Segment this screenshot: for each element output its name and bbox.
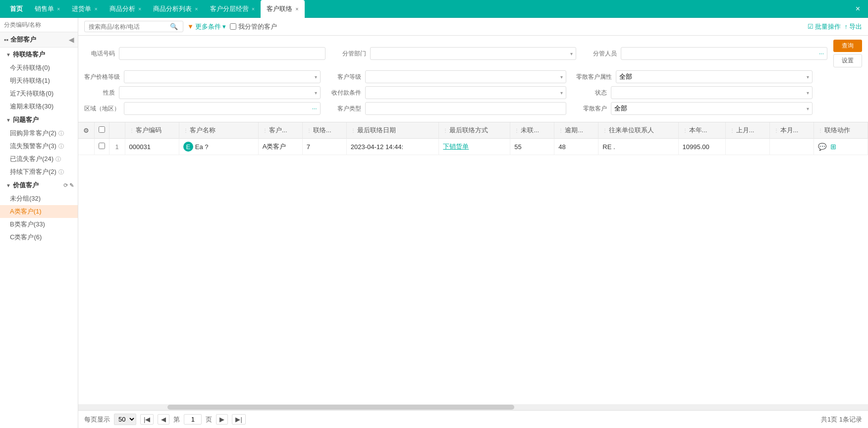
filter-input-sparse-customer[interactable]: 全部 ▾: [611, 102, 813, 115]
nav-sales-close[interactable]: ×: [57, 6, 60, 12]
sparse-attr-caret: ▾: [807, 74, 809, 80]
sidebar-search-input[interactable]: [4, 21, 78, 28]
my-customers-label: 我分管的客户: [238, 22, 277, 31]
sidebar-collapse-icon[interactable]: ◀: [69, 36, 74, 44]
sidebar-group-problem-customers[interactable]: ▼ 问题客户: [0, 113, 78, 127]
col-last-month-label: 上月...: [736, 126, 755, 135]
filter-label-sparse-attr: 零散客户属性: [576, 73, 616, 81]
nav-customer-contact-close[interactable]: ×: [295, 6, 298, 12]
col-settings[interactable]: ⚙: [78, 122, 94, 139]
first-page-button[interactable]: |◀: [140, 414, 154, 425]
settings-icon[interactable]: ⚙: [83, 127, 89, 134]
row1-avatar: E: [183, 142, 193, 152]
row1-name: Ea ?: [195, 143, 209, 151]
sidebar-item-lost[interactable]: 已流失客户(24) ⓘ: [0, 153, 78, 165]
table-area: ⚙ ⋮ 客户编码: [78, 122, 868, 404]
last-page-button[interactable]: ▶|: [232, 414, 245, 425]
filter-input-sparse-attr[interactable]: 全部 ▾: [616, 70, 813, 83]
col-overdue-label: 逾期...: [565, 126, 583, 135]
col-unit-contact-label: 往来单位联系人: [609, 126, 654, 135]
sidebar-item-info-icon-1: ⓘ: [58, 130, 64, 137]
prev-page-button[interactable]: ◀: [158, 414, 169, 425]
nav-customer-segment-close[interactable]: ×: [252, 6, 255, 12]
grid-icon[interactable]: ⊞: [830, 143, 836, 151]
sidebar-item-week-pending[interactable]: 近7天待联络(0): [0, 87, 78, 100]
total-info: 共1页 1条记录: [821, 415, 862, 424]
sidebar-item-loss-warning[interactable]: 流失预警客户(3) ⓘ: [0, 140, 78, 153]
next-page-button[interactable]: ▶: [216, 414, 228, 425]
my-customers-check[interactable]: [230, 23, 236, 30]
nav-product-analysis[interactable]: 商品分析 ×: [104, 0, 147, 18]
nav-customer-contact[interactable]: 客户联络 ×: [261, 0, 304, 18]
filter-input-status[interactable]: ▾: [611, 86, 813, 99]
sidebar-item-declining[interactable]: 持续下滑客户(2) ⓘ: [0, 165, 78, 178]
filter-search-box: 🔍: [84, 21, 183, 32]
col-handle-overdue: ⋮: [558, 128, 563, 133]
page-number-input[interactable]: [184, 414, 202, 425]
col-handle-code: ⋮: [129, 128, 134, 133]
select-all-checkbox[interactable]: [99, 126, 105, 133]
window-close-button[interactable]: ×: [852, 4, 864, 13]
scrollbar-thumb[interactable]: [167, 405, 514, 410]
filter-input-region[interactable]: ···: [124, 102, 321, 115]
filter-label-status: 状态: [576, 89, 611, 97]
horizontal-scrollbar[interactable]: [78, 404, 868, 410]
sidebar-item-overdue-pending[interactable]: 逾期未联络(30): [0, 100, 78, 113]
more-conditions-button[interactable]: ▼ 更多条件 ▾: [187, 22, 226, 31]
filter-input-phone[interactable]: [119, 47, 326, 60]
nav-purchase[interactable]: 进货单 ×: [66, 0, 103, 18]
sidebar-item-abnormal-repurchase[interactable]: 回购异常客户(2) ⓘ: [0, 127, 78, 140]
per-page-select[interactable]: 50: [114, 414, 136, 425]
my-customers-checkbox[interactable]: 我分管的客户: [230, 22, 277, 31]
chat-icon[interactable]: 💬: [818, 143, 826, 151]
sidebar-search-bar: 🔍: [0, 18, 78, 32]
col-handle-last-month: ⋮: [730, 128, 735, 133]
query-button[interactable]: 查询: [833, 40, 862, 52]
settings-button[interactable]: 设置: [833, 54, 862, 67]
nav-product-analysis-label: 商品分析: [109, 4, 135, 13]
sidebar-group-value-customers[interactable]: ▼ 价值客户 ⟳ ✎: [0, 178, 78, 192]
filter-label-region: 区域（地区）: [84, 105, 124, 113]
row1-action-icons: 💬 ⊞: [818, 143, 864, 151]
filter-label-payment: 收付款条件: [330, 89, 365, 97]
sidebar-item-ungrouped[interactable]: 未分组(32): [0, 192, 78, 205]
batch-ops-button[interactable]: ☑ 批量操作: [808, 22, 841, 31]
row1-unit-contact: RE .: [602, 143, 615, 151]
filter-input-dept[interactable]: ▾: [370, 47, 577, 60]
cell-checkbox-row1[interactable]: [94, 139, 109, 155]
filter-input-customer-type[interactable]: [365, 102, 567, 115]
nav-sales[interactable]: 销售单 ×: [29, 0, 66, 18]
filter-input-manager[interactable]: ···: [621, 47, 827, 60]
nav-product-analysis-list-close[interactable]: ×: [195, 6, 198, 12]
row1-checkbox[interactable]: [99, 143, 105, 149]
filter-input-price-level[interactable]: ▾: [124, 70, 321, 83]
filter-input-nature[interactable]: ▾: [119, 86, 321, 99]
filter-search-input[interactable]: [89, 23, 168, 30]
filter-label-customer-level: 客户等级: [330, 73, 365, 81]
sparse-customer-value: 全部: [614, 104, 627, 113]
row1-not-contacted: 55: [514, 143, 521, 151]
filter-search-icon[interactable]: 🔍: [170, 23, 178, 30]
sidebar-item-tomorrow-pending[interactable]: 明天待联络(1): [0, 74, 78, 87]
sidebar-group-pending-contact[interactable]: ▼ 待联络客户: [0, 48, 78, 61]
nav-customer-segment[interactable]: 客户分层经营 ×: [204, 0, 261, 18]
col-checkbox[interactable]: [94, 122, 109, 139]
nav-product-analysis-close[interactable]: ×: [138, 6, 141, 12]
filter-input-payment[interactable]: ▾: [365, 86, 567, 99]
nav-purchase-close[interactable]: ×: [94, 6, 97, 12]
nav-product-analysis-list[interactable]: 商品分析列表 ×: [147, 0, 204, 18]
sidebar-item-today-pending[interactable]: 今天待联络(0): [0, 61, 78, 74]
sidebar-item-abnormal-label: 回购异常客户(2): [10, 129, 56, 138]
sidebar-item-a-class[interactable]: A类客户(1): [0, 205, 78, 218]
sidebar-item-b-class[interactable]: B类客户(33): [0, 218, 78, 231]
sidebar-item-c-class[interactable]: C类客户(6): [0, 231, 78, 244]
col-handle-name: ⋮: [183, 128, 188, 133]
nav-home[interactable]: 首页: [4, 0, 29, 18]
col-handle-this-year: ⋮: [683, 128, 688, 133]
filter-input-customer-level[interactable]: ▾: [365, 70, 567, 83]
sidebar-header: ▪▪ 全部客户 ◀: [0, 32, 78, 48]
row1-last-method[interactable]: 下销货单: [443, 143, 469, 150]
export-button[interactable]: ↑ 导出: [845, 22, 863, 31]
nav-sales-label: 销售单: [35, 4, 54, 13]
filter-label-phone: 电话号码: [84, 50, 119, 58]
